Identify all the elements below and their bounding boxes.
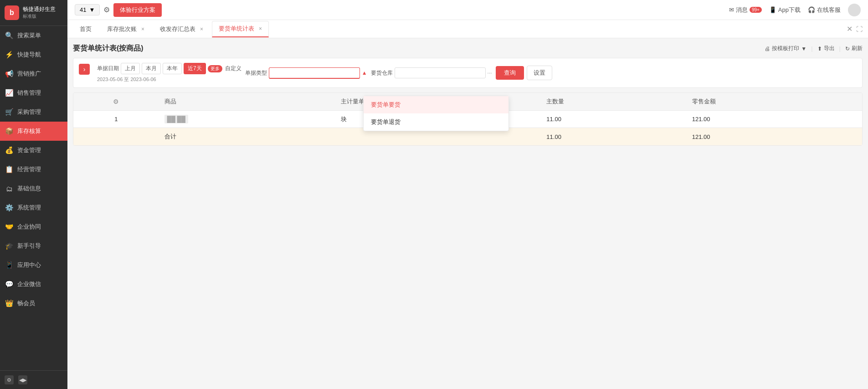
sidebar-item-label: 系统管理 — [17, 204, 41, 212]
user-avatar[interactable] — [848, 4, 861, 16]
tab-order-summary-label: 要货单统计表 — [219, 25, 254, 33]
app-download-label: App下载 — [778, 6, 801, 14]
sidebar-item-label: 应用中心 — [17, 261, 41, 269]
app-download-btn[interactable]: 📱 App下载 — [769, 6, 801, 14]
filter-bar: › 单据日期 上月 本月 本年 近7天 更多 自定义 — [73, 58, 863, 88]
sales-icon: 📈 — [5, 88, 14, 97]
tabbar-expand-btn[interactable]: ⛶ — [856, 26, 863, 33]
sidebar-collapse-btn[interactable]: ◀▶ — [18, 375, 27, 384]
notification-btn[interactable]: ✉ 消息 99+ — [729, 6, 762, 14]
sidebar-item-inventory[interactable]: 📦 库存核算 — [0, 122, 67, 141]
sidebar-item-shortcuts[interactable]: ⚡ 快捷导航 — [0, 45, 67, 64]
online-service-label: 在线客服 — [817, 6, 841, 14]
tab-stock-batch-label: 库存批次账 — [107, 25, 137, 33]
sidebar-item-marketing[interactable]: 📢 营销推广 — [0, 64, 67, 83]
last-month-btn[interactable]: 上月 — [121, 63, 140, 74]
sidebar-menu: 🔍 搜索菜单 ⚡ 快捷导航 📢 营销推广 📈 销售管理 🛒 采购管理 📦 库存核… — [0, 26, 67, 370]
query-button[interactable]: 查询 — [496, 66, 524, 80]
tab-stock-batch[interactable]: 库存批次账 × — [100, 21, 151, 37]
store-dropdown-icon: ▼ — [89, 6, 95, 13]
print-template-button[interactable]: 🖨 按模板打印 ▼ — [765, 45, 806, 52]
sidebar-item-operations[interactable]: 📋 经营管理 — [0, 160, 67, 179]
tab-stock-batch-close[interactable]: × — [141, 26, 144, 32]
store-selector[interactable]: 41 ▼ — [75, 4, 100, 15]
col-settings: ⚙ — [73, 93, 159, 111]
industry-solution-button[interactable]: 体验行业方案 — [113, 3, 162, 17]
sidebar-item-finance[interactable]: 💰 资金管理 — [0, 141, 67, 160]
tab-order-summary-close[interactable]: × — [259, 26, 262, 32]
date-range-display: 2023-05-06 至 2023-06-06 — [97, 76, 241, 83]
topbar-gear-icon[interactable]: ⚙ — [103, 5, 110, 14]
enterprise-collab-icon: 🤝 — [5, 222, 14, 231]
type-filter-input[interactable] — [269, 67, 360, 79]
sidebar-item-label: 资金管理 — [17, 146, 41, 154]
sidebar-item-purchase[interactable]: 🛒 采购管理 — [0, 102, 67, 122]
col-product: 商品 — [159, 93, 336, 111]
sidebar-item-basic-info[interactable]: 🗂 基础信息 — [0, 179, 67, 198]
system-icon: ⚙️ — [5, 203, 14, 212]
warehouse-filter-row: 要货仓库 ··· — [371, 67, 492, 78]
tabbar: 首页 库存批次账 × 收发存汇总表 × 要货单统计表 × ✕ ⛶ — [67, 20, 868, 38]
col-amount: 零售金额 — [687, 93, 862, 111]
filter-settings-button[interactable]: 设置 — [527, 66, 552, 80]
sidebar-item-enterprise-collab[interactable]: 🤝 企业协同 — [0, 217, 67, 236]
warehouse-filter-label: 要货仓库 — [371, 69, 393, 77]
basic-info-icon: 🗂 — [5, 184, 14, 193]
sidebar-item-enterprise-wechat[interactable]: 💬 企业微信 — [0, 275, 67, 294]
topbar-left: 41 ▼ ⚙ 体验行业方案 — [75, 3, 729, 17]
operations-icon: 📋 — [5, 165, 14, 174]
sidebar-item-member[interactable]: 👑 畅会员 — [0, 294, 67, 313]
sidebar: b 畅捷通好生意 标准版 🔍 搜索菜单 ⚡ 快捷导航 📢 营销推广 📈 销售管理… — [0, 0, 67, 389]
export-button[interactable]: ⬆ 导出 — [817, 45, 835, 52]
warehouse-filter-more[interactable]: ··· — [488, 70, 492, 76]
sidebar-item-sales[interactable]: 📈 销售管理 — [0, 83, 67, 102]
this-year-btn[interactable]: 本年 — [163, 63, 182, 74]
sidebar-item-guide[interactable]: 🎓 新手引导 — [0, 236, 67, 256]
date-filter-row: 单据日期 上月 本月 本年 近7天 更多 自定义 — [97, 63, 241, 74]
tab-home-label: 首页 — [80, 25, 92, 33]
filter-actions: 查询 设置 — [496, 66, 552, 80]
headset-icon: 🎧 — [808, 6, 815, 13]
guide-icon: 🎓 — [5, 241, 14, 251]
purchase-icon: 🛒 — [5, 107, 14, 117]
sidebar-item-app-center[interactable]: 📱 应用中心 — [0, 256, 67, 275]
enterprise-wechat-icon: 💬 — [5, 280, 14, 289]
tab-home[interactable]: 首页 — [73, 21, 98, 37]
sidebar-item-label: 基础信息 — [17, 184, 41, 193]
custom-date-btn[interactable]: 自定义 — [225, 65, 241, 72]
dropdown-item-order-return[interactable]: 要货单退货 — [364, 113, 508, 131]
table-settings-icon[interactable]: ⚙ — [113, 98, 119, 105]
dropdown-item-order-goods[interactable]: 要货单要货 — [364, 96, 508, 113]
sidebar-settings-btn[interactable]: ⚙ — [5, 375, 14, 384]
footer-amount: 121.00 — [687, 128, 862, 146]
logo-icon: b — [5, 5, 19, 20]
notification-badge: 99+ — [750, 7, 762, 13]
shortcut-icon: ⚡ — [5, 50, 14, 59]
refresh-button[interactable]: ↻ 刷新 — [845, 45, 863, 52]
sidebar-item-label: 企业协同 — [17, 223, 41, 231]
topbar-right: ✉ 消息 99+ 📱 App下载 🎧 在线客服 — [729, 4, 861, 16]
sidebar-item-label: 畅会员 — [17, 299, 35, 307]
tabbar-close-all-btn[interactable]: ✕ — [847, 25, 853, 33]
tab-order-summary[interactable]: 要货单统计表 × — [212, 21, 269, 37]
sidebar-item-system[interactable]: ⚙️ 系统管理 — [0, 198, 67, 217]
app-logo: b 畅捷通好生意 标准版 — [0, 0, 67, 26]
warehouse-filter-input[interactable] — [395, 67, 486, 78]
this-month-btn[interactable]: 本月 — [142, 63, 161, 74]
notification-label: 消息 — [736, 6, 748, 14]
tab-receivable-summary[interactable]: 收发存汇总表 × — [153, 21, 210, 37]
sidebar-item-search[interactable]: 🔍 搜索菜单 — [0, 26, 67, 45]
tab-receivable-close[interactable]: × — [200, 26, 203, 32]
type-filter-group: 单据类型 ▲ — [245, 67, 367, 79]
online-service-btn[interactable]: 🎧 在线客服 — [808, 6, 841, 14]
cell-seq: 1 — [73, 111, 159, 128]
date-filter-label: 单据日期 — [97, 65, 119, 72]
topbar: 41 ▼ ⚙ 体验行业方案 ✉ 消息 99+ 📱 App下载 🎧 在线客服 — [67, 0, 868, 20]
type-filter-caret[interactable]: ▲ — [362, 70, 367, 76]
export-icon: ⬆ — [817, 46, 822, 52]
more-dates-badge[interactable]: 更多 — [208, 65, 222, 72]
sidebar-item-label: 新手引导 — [17, 242, 41, 250]
app-download-icon: 📱 — [769, 6, 776, 13]
filter-expand-button[interactable]: › — [79, 64, 90, 75]
last-7-days-btn[interactable]: 近7天 — [184, 63, 206, 74]
